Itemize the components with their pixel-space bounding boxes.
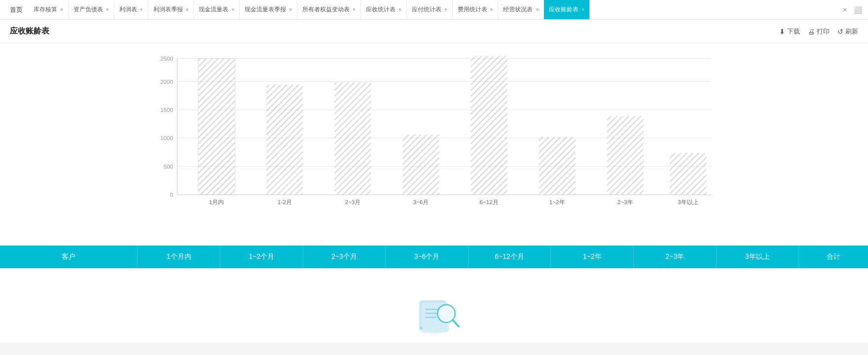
bar-2-3-month: 2~3月 <box>334 82 371 205</box>
tab-balance-label: 资产负债表 <box>73 5 103 14</box>
print-label: 打印 <box>817 27 830 36</box>
svg-rect-19 <box>334 82 371 194</box>
tab-cashflow-label: 现金流量表 <box>199 5 228 14</box>
svg-point-41 <box>442 309 446 313</box>
empty-icon <box>409 288 459 332</box>
print-icon: 🖨 <box>808 28 815 36</box>
bar-6-12-month: 6~12月 <box>470 56 507 205</box>
header-actions: ⬇ 下载 🖨 打印 ↺ 刷新 <box>779 27 858 36</box>
bar-1-2-month: 1-2月 <box>266 85 303 205</box>
tab-balance-close[interactable]: × <box>106 7 109 12</box>
svg-point-39 <box>440 307 453 320</box>
svg-text:1500: 1500 <box>160 106 173 113</box>
bar-2-3-year: 2~3年 <box>607 116 644 206</box>
svg-text:1-2月: 1-2月 <box>278 199 292 205</box>
tab-ar-stat[interactable]: 应收统计表 × <box>361 0 407 20</box>
download-button[interactable]: ⬇ 下载 <box>779 27 800 36</box>
col-1-2month: 1~2个月 <box>220 246 303 268</box>
col-1-2year: 1~2年 <box>551 246 634 268</box>
svg-rect-25 <box>539 137 576 195</box>
svg-line-40 <box>453 320 459 326</box>
svg-text:500: 500 <box>163 163 173 170</box>
bar-3-plus-year: 3年以上 <box>670 153 706 205</box>
window-controls: × ⬜ <box>840 5 864 14</box>
col-1month: 1个月内 <box>138 246 220 268</box>
tab-expense-close[interactable]: × <box>490 7 493 12</box>
tab-operations[interactable]: 经营状况表 × <box>498 0 544 20</box>
tab-equity-close[interactable]: × <box>353 7 356 12</box>
empty-illustration <box>409 288 464 337</box>
print-button[interactable]: 🖨 打印 <box>808 27 830 36</box>
col-3-6month: 3~6个月 <box>386 246 469 268</box>
tab-inventory-close[interactable]: × <box>60 7 63 12</box>
tab-balance[interactable]: 资产负债表 × <box>69 0 114 20</box>
tab-operations-close[interactable]: × <box>536 7 539 12</box>
svg-rect-17 <box>266 85 303 195</box>
svg-text:1~2年: 1~2年 <box>549 199 565 205</box>
window-maximize-btn[interactable]: ⬜ <box>853 5 862 14</box>
col-2-3month: 2~3个月 <box>303 246 386 268</box>
tab-ap-stat-label: 应付统计表 <box>412 5 441 14</box>
tab-profit-close[interactable]: × <box>140 7 143 12</box>
tab-inventory[interactable]: 库存核算 × <box>29 0 69 20</box>
bar-3-6-month: 3~6月 <box>402 135 439 205</box>
col-total: 合计 <box>799 246 868 268</box>
tab-profit-quarterly-label: 利润表季报 <box>153 5 183 14</box>
svg-text:1000: 1000 <box>160 135 173 141</box>
svg-text:2~3年: 2~3年 <box>617 199 633 205</box>
tab-profit-quarterly-close[interactable]: × <box>186 7 189 12</box>
window-close-btn[interactable]: × <box>840 5 849 14</box>
page-title: 应收账龄表 <box>10 26 49 36</box>
refresh-icon: ↺ <box>837 28 843 36</box>
tab-operations-label: 经营状况表 <box>503 5 533 14</box>
svg-text:3年以上: 3年以上 <box>678 199 699 205</box>
tab-ap-stat[interactable]: 应付统计表 × <box>407 0 453 20</box>
main-content: 0 500 1000 1500 2000 2500 1月内 1-2月 <box>0 43 868 342</box>
tab-ar-stat-close[interactable]: × <box>398 7 401 12</box>
empty-state <box>0 268 868 342</box>
col-2-3year: 2~3年 <box>634 246 717 268</box>
svg-text:1月内: 1月内 <box>209 199 224 205</box>
bar-chart: 0 500 1000 1500 2000 2500 1月内 1-2月 <box>15 53 853 221</box>
svg-text:3~6月: 3~6月 <box>413 199 429 205</box>
col-3plus-year: 3年以上 <box>717 246 799 268</box>
table-header: 客户 1个月内 1~2个月 2~3个月 3~6个月 6~12个月 1~2年 2~… <box>0 246 868 268</box>
svg-text:2~3月: 2~3月 <box>345 199 361 205</box>
svg-text:6~12月: 6~12月 <box>479 199 498 205</box>
col-6-12month: 6~12个月 <box>469 246 551 268</box>
svg-rect-27 <box>607 116 644 195</box>
col-customer: 客户 <box>0 246 138 268</box>
tab-cashflow-quarterly[interactable]: 现金流量表季报 × <box>240 0 297 20</box>
svg-text:2500: 2500 <box>160 55 173 62</box>
tab-equity[interactable]: 所有者权益变动表 × <box>297 0 361 20</box>
tab-profit[interactable]: 利润表 × <box>114 0 148 20</box>
refresh-button[interactable]: ↺ 刷新 <box>837 27 858 36</box>
tab-ap-stat-close[interactable]: × <box>444 7 447 12</box>
tab-expense[interactable]: 费用统计表 × <box>453 0 499 20</box>
tab-ar-stat-label: 应收统计表 <box>366 5 396 14</box>
tab-inventory-label: 库存核算 <box>34 5 57 14</box>
tab-ar-aging-label: 应收账龄表 <box>549 5 579 14</box>
svg-rect-23 <box>470 56 507 195</box>
refresh-label: 刷新 <box>845 27 858 36</box>
chart-container: 0 500 1000 1500 2000 2500 1月内 1-2月 <box>15 53 853 221</box>
svg-text:2000: 2000 <box>160 78 173 85</box>
tab-profit-quarterly[interactable]: 利润表季报 × <box>148 0 194 20</box>
page-header: 应收账龄表 ⬇ 下载 🖨 打印 ↺ 刷新 <box>0 20 868 43</box>
download-label: 下载 <box>787 27 800 36</box>
tab-cashflow-close[interactable]: × <box>231 7 234 12</box>
tab-expense-label: 费用统计表 <box>458 5 487 14</box>
tab-ar-aging-close[interactable]: × <box>581 7 584 12</box>
tab-profit-label: 利润表 <box>119 5 137 14</box>
tab-home[interactable]: 首页 <box>4 0 29 20</box>
svg-rect-37 <box>425 317 437 318</box>
tab-ar-aging[interactable]: 应收账龄表 × <box>544 0 590 20</box>
bar-1-month: 1月内 <box>198 59 235 205</box>
table-body <box>0 268 868 342</box>
svg-rect-29 <box>670 153 706 195</box>
svg-text:0: 0 <box>170 191 173 198</box>
tab-cashflow-quarterly-label: 现金流量表季报 <box>245 5 286 14</box>
tab-cashflow[interactable]: 现金流量表 × <box>194 0 240 20</box>
svg-rect-15 <box>198 59 235 195</box>
tab-cashflow-quarterly-close[interactable]: × <box>289 7 292 12</box>
